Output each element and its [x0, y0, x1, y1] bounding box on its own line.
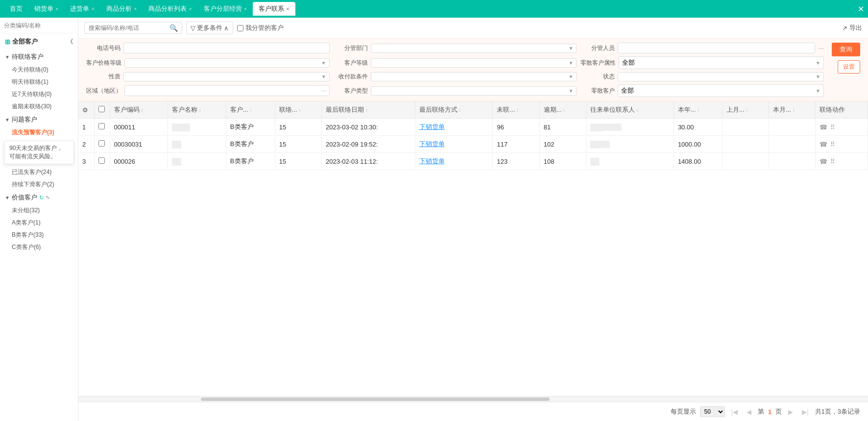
tab-goods-analysis-close[interactable]: ×	[134, 6, 137, 12]
close-window-btn[interactable]: ✕	[858, 4, 864, 14]
advanced-filter: 电话号码 分管部门 ▼ 分管人员	[78, 39, 868, 101]
cell-this-year: 1408.00	[674, 153, 722, 170]
filter-dept-select[interactable]: ▼	[371, 44, 577, 53]
more-conditions-label: 更多条件	[197, 24, 222, 32]
sidebar-item-churn-warning[interactable]: 流失预警客户(3)	[0, 126, 78, 139]
tab-customer-contact[interactable]: 客户联系 ×	[253, 2, 295, 16]
sidebar-item-week[interactable]: 近7天待联络(0)	[0, 88, 78, 100]
filter-phone-input[interactable]	[123, 43, 330, 53]
sidebar-item-b-class[interactable]: B类客户(33)	[0, 229, 78, 241]
query-button[interactable]: 查询	[832, 43, 860, 56]
filter-retail-label: 零散客户	[580, 87, 615, 95]
cell-action[interactable]: ☎⠿	[816, 119, 868, 136]
sidebar-group-value-title[interactable]: ▼ 价值客户 ↻ ✎	[0, 191, 78, 204]
search-input[interactable]	[89, 25, 169, 31]
tab-customer-contact-close[interactable]: ×	[286, 6, 289, 12]
more-conditions-btn[interactable]: ▽ 更多条件 ∧	[186, 22, 233, 34]
group-value-edit[interactable]: ✎	[46, 195, 50, 201]
filter-price-grade-select[interactable]: ▼	[124, 58, 330, 68]
tab-sales-close[interactable]: ×	[55, 6, 58, 12]
group-value-refresh[interactable]: ↻	[39, 195, 44, 201]
export-label: 导出	[849, 24, 862, 32]
action-menu-icon[interactable]: ⠿	[830, 124, 835, 131]
tab-sales[interactable]: 销货单 ×	[28, 2, 64, 16]
cell-last-way[interactable]: 下销货单	[415, 136, 493, 153]
sidebar-item-churned[interactable]: 已流失客户(24)	[0, 166, 78, 178]
sidebar-item-c-class[interactable]: C类客户(6)	[0, 241, 78, 253]
action-call-icon[interactable]: ☎	[820, 141, 827, 148]
filter-payment-select[interactable]: ▼	[371, 72, 577, 81]
filter-status-select[interactable]: ▼	[618, 72, 824, 81]
my-customers-checkbox-label[interactable]: 我分管的客户	[237, 24, 284, 32]
col-action: 联络动作	[816, 101, 868, 119]
tab-purchase[interactable]: 进货单 ×	[64, 2, 100, 16]
tab-customer-layer-close[interactable]: ×	[244, 6, 247, 12]
group-problem-arrow: ▼	[5, 117, 10, 123]
settings-button[interactable]: 设置	[838, 60, 860, 74]
tab-goods-analysis[interactable]: 商品分析 ×	[100, 2, 143, 16]
cell-checkbox[interactable]	[94, 119, 110, 136]
sidebar-group-problem-title[interactable]: ▼ 问题客户	[0, 113, 78, 126]
cell-type: B类客户	[226, 136, 275, 153]
filter-person-more[interactable]: ···	[818, 44, 824, 52]
sidebar-item-ungrouped[interactable]: 未分组(32)	[0, 204, 78, 217]
tab-purchase-close[interactable]: ×	[91, 6, 94, 12]
sidebar-item-overdue[interactable]: 逾期未联络(30)	[0, 100, 78, 113]
sidebar-item-tomorrow[interactable]: 明天待联络(1)	[0, 76, 78, 88]
col-settings[interactable]: ⚙	[78, 101, 94, 119]
col-not-contacted: 未联...	[493, 101, 539, 119]
col-last-month: 上月...	[722, 101, 769, 119]
collapse-sidebar-btn[interactable]: 《	[67, 38, 73, 46]
filter-dept-label: 分管部门	[334, 44, 368, 52]
sidebar-item-today[interactable]: 今天待联络(0)	[0, 64, 78, 76]
filter-retail-attr-arrow: ▼	[816, 60, 820, 66]
my-customers-label: 我分管的客户	[245, 24, 284, 32]
filter-icon: ▽	[191, 25, 195, 32]
action-menu-icon[interactable]: ⠿	[830, 158, 835, 165]
per-page-select[interactable]: 50 100 200	[700, 406, 725, 417]
tab-home[interactable]: 首页	[4, 2, 28, 16]
tab-sales-label: 销货单	[34, 4, 53, 13]
filter-row-2: 客户价格等级 ▼ 客户等级 ▼	[86, 56, 824, 69]
prev-page-btn[interactable]: ◀	[744, 407, 754, 417]
cell-last-way[interactable]: 下销货单	[415, 119, 493, 136]
filter-price-grade-arrow: ▼	[321, 60, 326, 66]
filter-region-select[interactable]: ···	[124, 85, 330, 96]
filter-nature-select[interactable]: ▼	[123, 72, 330, 81]
col-checkbox[interactable]	[94, 101, 110, 119]
tab-goods-list[interactable]: 商品分析列表 ×	[143, 2, 197, 16]
cell-checkbox[interactable]	[94, 136, 110, 153]
action-call-icon[interactable]: ☎	[820, 158, 827, 165]
cell-checkbox[interactable]	[94, 153, 110, 170]
filter-region-more[interactable]: ···	[321, 87, 326, 94]
col-this-year: 本年...	[674, 101, 722, 119]
sidebar-group-pending-title[interactable]: ▼ 待联络客户	[0, 50, 78, 64]
select-all-checkbox[interactable]	[98, 106, 105, 112]
sidebar-item-declining[interactable]: 持续下滑客户(2)	[0, 178, 78, 191]
all-customers-header: ⊞ 全部客户 《	[0, 33, 78, 50]
cell-action[interactable]: ☎⠿	[816, 153, 868, 170]
sidebar-search-input[interactable]	[4, 22, 77, 29]
filter-ctype-select[interactable]: ▼	[371, 86, 577, 96]
action-menu-icon[interactable]: ⠿	[830, 141, 835, 148]
filter-grade-label: 客户等级	[334, 59, 368, 67]
filter-retail-select[interactable]: 全部 ▼	[618, 84, 824, 97]
action-call-icon[interactable]: ☎	[820, 124, 827, 131]
filter-region-label: 区域（地区）	[86, 87, 121, 95]
scrollbar-thumb[interactable]	[201, 397, 550, 401]
export-btn[interactable]: ↗ 导出	[842, 24, 862, 32]
filter-person-input[interactable]	[618, 43, 815, 53]
first-page-btn[interactable]: |◀	[729, 407, 740, 417]
sidebar-item-a-class[interactable]: A类客户(1)	[0, 217, 78, 229]
filter-grade-select[interactable]: ▼	[371, 58, 577, 68]
last-page-btn[interactable]: ▶|	[799, 407, 811, 417]
next-page-btn[interactable]: ▶	[786, 407, 796, 417]
horizontal-scrollbar[interactable]	[78, 396, 868, 402]
cell-action[interactable]: ☎⠿	[816, 136, 868, 153]
cell-last-way[interactable]: 下销货单	[415, 153, 493, 170]
search-btn-icon[interactable]: 🔍	[169, 24, 178, 32]
my-customers-checkbox[interactable]	[237, 25, 243, 31]
filter-retail-attr-select[interactable]: 全部 ▼	[619, 56, 824, 69]
tab-customer-layer[interactable]: 客户分层经营 ×	[198, 2, 253, 16]
tab-goods-list-close[interactable]: ×	[189, 6, 192, 12]
